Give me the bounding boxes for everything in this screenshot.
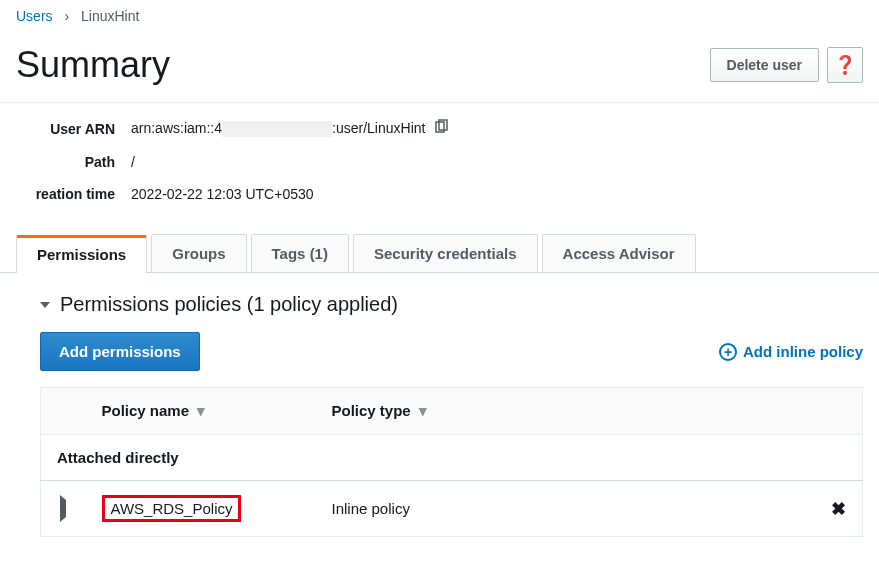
tab-access-advisor[interactable]: Access Advisor	[542, 234, 696, 272]
caret-down-icon	[40, 302, 50, 308]
tab-permissions[interactable]: Permissions	[16, 235, 147, 273]
col-expand	[41, 388, 86, 435]
policy-type-cell: Inline policy	[316, 481, 816, 537]
policy-name-highlight: AWS_RDS_Policy	[102, 495, 242, 522]
chevron-right-icon: ›	[64, 8, 69, 24]
copy-icon	[433, 119, 449, 135]
caret-right-icon	[60, 495, 66, 522]
delete-user-button[interactable]: Delete user	[710, 48, 819, 82]
expand-row-button[interactable]	[41, 481, 86, 537]
arn-label: User ARN	[16, 121, 131, 137]
help-button[interactable]: ❓	[827, 47, 863, 83]
path-label: Path	[16, 154, 131, 170]
tab-groups[interactable]: Groups	[151, 234, 246, 272]
close-icon: ✖	[831, 499, 846, 519]
user-details: User ARN arn:aws:iam::4:user/LinuxHint P…	[0, 103, 879, 234]
col-policy-name[interactable]: Policy name ▾	[86, 388, 316, 435]
remove-policy-button[interactable]: ✖	[815, 481, 863, 537]
policy-table: Policy name ▾ Policy type ▾ Attached dir…	[40, 387, 863, 537]
col-policy-type[interactable]: Policy type ▾	[316, 388, 816, 435]
detail-path: Path /	[16, 154, 863, 170]
breadcrumb-users-link[interactable]: Users	[16, 8, 53, 24]
sort-icon[interactable]: ▾	[197, 402, 205, 419]
policy-name-cell[interactable]: AWS_RDS_Policy	[86, 481, 316, 537]
detail-creation: reation time 2022-02-22 12:03 UTC+0530	[16, 186, 863, 202]
breadcrumb-current: LinuxHint	[81, 8, 139, 24]
path-value: /	[131, 154, 135, 170]
arn-value: arn:aws:iam::4:user/LinuxHint	[131, 119, 449, 138]
redacted-account	[222, 121, 332, 137]
breadcrumb: Users › LinuxHint	[0, 0, 879, 32]
policy-group-header: Attached directly	[41, 435, 863, 481]
sort-icon[interactable]: ▾	[419, 402, 427, 419]
creation-label: reation time	[16, 186, 131, 202]
copy-arn-button[interactable]	[433, 119, 449, 138]
permissions-panel: Permissions policies (1 policy applied) …	[0, 273, 879, 557]
page-header: Summary Delete user ❓	[0, 32, 879, 103]
header-actions: Delete user ❓	[710, 47, 863, 83]
add-inline-policy-link[interactable]: + Add inline policy	[719, 343, 863, 361]
permissions-actions: Add permissions + Add inline policy	[40, 332, 863, 371]
detail-arn: User ARN arn:aws:iam::4:user/LinuxHint	[16, 119, 863, 138]
page-title: Summary	[16, 44, 170, 86]
plus-circle-icon: +	[719, 343, 737, 361]
tab-security-credentials[interactable]: Security credentials	[353, 234, 538, 272]
policy-row: AWS_RDS_Policy Inline policy ✖	[41, 481, 863, 537]
col-action	[815, 388, 863, 435]
permissions-section-title: Permissions policies (1 policy applied)	[60, 293, 398, 316]
tab-tags[interactable]: Tags (1)	[251, 234, 349, 272]
tabs: Permissions Groups Tags (1) Security cre…	[0, 234, 879, 273]
permissions-section-header[interactable]: Permissions policies (1 policy applied)	[40, 293, 863, 316]
help-icon: ❓	[834, 54, 856, 76]
creation-value: 2022-02-22 12:03 UTC+0530	[131, 186, 314, 202]
add-permissions-button[interactable]: Add permissions	[40, 332, 200, 371]
